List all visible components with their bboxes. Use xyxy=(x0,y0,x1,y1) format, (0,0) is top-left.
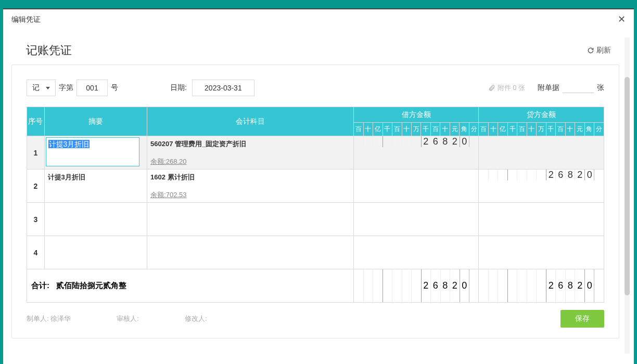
subject-cell[interactable]: 1602 累计折旧余额:702.53 xyxy=(147,170,354,203)
digit-header: 十 xyxy=(402,123,411,136)
summary-selection: 计提3月折旧 xyxy=(48,140,90,148)
voucher-type-value: 记 xyxy=(32,83,40,93)
refresh-icon xyxy=(587,47,594,54)
amount-digit xyxy=(517,269,527,302)
amount-digit xyxy=(354,136,363,147)
debit-amount-cell[interactable] xyxy=(354,236,479,269)
sheets-input[interactable] xyxy=(563,83,594,93)
table-row[interactable]: 2计提3月折旧1602 累计折旧余额:702.5326820 xyxy=(27,170,604,203)
voucher-table: 序号 摘要 会计科目 借方金额 贷方金额 百十亿千百十万千百十元角分百十亿千百十… xyxy=(27,107,604,303)
total-credit-cell: 26820 xyxy=(479,269,604,303)
subject-cell[interactable]: 560207 管理费用_固定资产折旧余额:268.20 xyxy=(147,136,354,170)
amount-digit xyxy=(489,170,499,180)
total-amount-cn: 贰佰陆拾捌元贰角整 xyxy=(56,281,126,290)
auditor-label: 审核人: xyxy=(117,315,139,322)
digit-header: 百 xyxy=(430,123,440,136)
paperclip-icon xyxy=(488,84,495,92)
amount-digit xyxy=(373,136,383,147)
digit-header: 元 xyxy=(575,123,584,136)
refresh-button[interactable]: 刷新 xyxy=(587,46,611,55)
summary-cell[interactable] xyxy=(44,203,147,236)
table-row[interactable]: 1计提3月折旧560207 管理费用_固定资产折旧余额:268.2026820 xyxy=(27,136,604,170)
attachments-link[interactable]: 附件 0 张 xyxy=(488,83,525,93)
table-row[interactable]: 4 xyxy=(27,236,604,269)
debit-amount-cell[interactable] xyxy=(354,203,479,236)
amount-digit: 2 xyxy=(546,170,556,180)
amount-digit xyxy=(373,269,383,302)
amount-digit xyxy=(537,170,546,180)
digit-header: 百 xyxy=(354,123,363,136)
col-seq-header: 序号 xyxy=(27,107,45,136)
refresh-label: 刷新 xyxy=(596,46,611,55)
amount-digit: 6 xyxy=(431,269,440,302)
subject-balance[interactable]: 余额:268.20 xyxy=(150,157,350,166)
amount-digit: 2 xyxy=(450,269,460,302)
debit-amount-cell[interactable] xyxy=(354,170,479,203)
debit-amount-cell[interactable]: 26820 xyxy=(354,136,479,170)
digit-header: 千 xyxy=(507,123,517,136)
modifier-label: 修改人: xyxy=(185,315,207,322)
voucher-footer: 制单人: 徐泽华 审核人: 修改人: 保存 xyxy=(27,303,604,328)
scrollbar-thumb[interactable] xyxy=(625,77,630,295)
date-input[interactable] xyxy=(192,80,254,96)
chevron-down-icon xyxy=(46,87,50,89)
attached-sheets: 附单据 张 xyxy=(538,83,604,93)
amount-digit xyxy=(517,170,527,180)
col-summary-header: 摘要 xyxy=(44,107,147,136)
voucher-no-input[interactable] xyxy=(77,80,108,96)
page-title: 记账凭证 xyxy=(26,43,587,58)
amount-digit: 8 xyxy=(441,269,450,302)
subject-cell[interactable] xyxy=(147,203,354,236)
modal-header: 编辑凭证 ✕ xyxy=(3,9,634,29)
amount-digit xyxy=(383,136,392,147)
summary-cell[interactable] xyxy=(44,236,147,269)
amount-digit xyxy=(508,170,518,180)
credit-amount-cell[interactable] xyxy=(479,136,604,170)
amount-digit: 8 xyxy=(566,170,576,180)
credit-amount-cell[interactable] xyxy=(479,203,604,236)
digit-header: 万 xyxy=(537,123,546,136)
amount-digit xyxy=(412,136,421,147)
subject-cell[interactable] xyxy=(147,236,354,269)
modal-title: 编辑凭证 xyxy=(11,9,41,29)
digit-header: 百 xyxy=(392,123,402,136)
attachments-label: 附件 0 张 xyxy=(498,83,525,93)
amount-digit xyxy=(469,136,478,147)
row-seq: 3 xyxy=(27,203,45,236)
amount-digit xyxy=(412,269,421,302)
voucher-type-select[interactable]: 记 xyxy=(27,80,56,96)
amount-digit: 2 xyxy=(422,269,431,302)
digit-header: 万 xyxy=(411,123,421,136)
amount-digit xyxy=(392,269,402,302)
credit-amount-cell[interactable] xyxy=(479,236,604,269)
save-button[interactable]: 保存 xyxy=(560,310,604,328)
total-prefix: 合计: xyxy=(31,281,49,290)
amount-digit: 0 xyxy=(460,136,469,147)
amount-digit xyxy=(479,170,489,180)
amount-digit xyxy=(498,269,508,302)
amount-digit: 8 xyxy=(441,136,450,147)
summary-cell[interactable]: 计提3月折旧 xyxy=(44,170,147,203)
digit-header: 百 xyxy=(479,123,488,136)
col-credit-header: 贷方金额 xyxy=(479,107,604,123)
close-icon[interactable]: ✕ xyxy=(618,9,626,29)
subject-balance[interactable]: 余额:702.53 xyxy=(150,190,350,200)
amount-digit xyxy=(469,269,478,302)
summary-text xyxy=(45,203,147,209)
table-row[interactable]: 3 xyxy=(27,203,604,236)
page-header: 记账凭证 刷新 xyxy=(11,34,619,64)
digit-header: 分 xyxy=(469,123,479,136)
preparer-value: 徐泽华 xyxy=(50,315,71,322)
credit-amount-cell[interactable]: 26820 xyxy=(479,170,604,203)
digit-header: 十 xyxy=(565,123,575,136)
amount-digit xyxy=(498,170,508,180)
amount-digit: 8 xyxy=(566,269,576,302)
amount-digit xyxy=(479,269,489,302)
amount-digit xyxy=(508,269,518,302)
amount-digit: 2 xyxy=(575,170,585,180)
summary-input[interactable]: 计提3月折旧 xyxy=(46,137,139,166)
date-label: 日期: xyxy=(170,83,187,93)
summary-cell[interactable]: 计提3月折旧 xyxy=(44,136,147,170)
digit-header: 角 xyxy=(584,123,594,136)
modal-body: 记账凭证 刷新 记 字第 号 日期: xyxy=(11,34,619,361)
